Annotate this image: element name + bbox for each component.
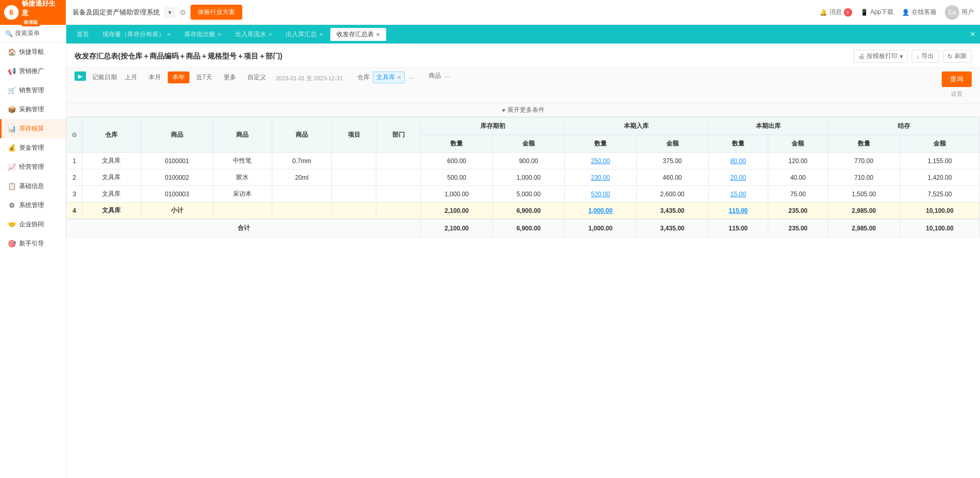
tab-close-in-out-flow[interactable]: ✕: [268, 32, 272, 37]
sidebar-item-marketing[interactable]: 📢 营销推广: [0, 62, 66, 81]
row3-warehouse: 文具库: [82, 186, 141, 202]
query-button[interactable]: 查询: [942, 71, 972, 87]
row1-goods-spec: 0.7mm: [272, 153, 332, 169]
row1-opening-amount: 900.00: [493, 153, 565, 169]
online-service-action[interactable]: 👤 在线客服: [902, 8, 937, 17]
col-header-project: 项目: [332, 118, 376, 153]
row3-in-qty[interactable]: 520.00: [564, 186, 636, 202]
page-title: 收发存汇总表(按仓库＋商品编码＋商品＋规格型号＋项目＋部门): [75, 52, 282, 61]
row2-out-qty[interactable]: 20.00: [708, 169, 768, 186]
top-bar-left: 装备及固定资产辅助管理系统 ▾ ⚙ 体验行业方案: [72, 5, 242, 20]
date-prev-month[interactable]: 上月: [120, 71, 142, 83]
date-cur-month[interactable]: 本月: [144, 71, 166, 83]
sidebar-item-search[interactable]: 🔍 搜索菜单: [0, 25, 66, 42]
sidebar-item-basic-info[interactable]: 📋 基础信息: [0, 177, 66, 196]
page-actions: 🖨 按模板打印 ▾ ↓ 导出 ↻ 刷新: [854, 50, 972, 63]
tab-batch-ledger[interactable]: 库存批次账 ✕: [178, 28, 228, 41]
col-header-department: 部门: [376, 118, 421, 153]
row3-out-qty[interactable]: 15.00: [708, 186, 768, 202]
tab-recv-send-summary[interactable]: 收发存汇总表 ✕: [330, 28, 386, 41]
sidebar-item-finance[interactable]: 💰 资金管理: [0, 138, 66, 157]
tab-home[interactable]: 首页: [70, 28, 95, 41]
row2-warehouse: 文具库: [82, 169, 141, 186]
tab-inventory-dist[interactable]: 现存量（库存分布表） ✕: [96, 28, 177, 41]
sidebar-item-purchase[interactable]: 📦 采购管理: [0, 100, 66, 119]
subtotal-opening-amount: 6,900.00: [493, 202, 565, 220]
notifications-action[interactable]: 🔔 消息 6: [820, 8, 852, 17]
goods-more[interactable]: ···: [444, 72, 450, 80]
row1-project: [332, 153, 376, 169]
total-opening-amount: 6,900.00: [493, 219, 565, 237]
row3-goods-code: 0100003: [141, 186, 213, 202]
row3-no: 3: [67, 186, 82, 202]
phone-icon: 📱: [860, 9, 868, 16]
app-download-action[interactable]: 📱 App下载: [860, 8, 894, 17]
search-icon: 🔍: [5, 30, 13, 37]
sidebar-item-guide[interactable]: 🎯 新手引导: [0, 234, 66, 253]
sidebar-item-operation[interactable]: 📈 经营管理: [0, 157, 66, 177]
basic-info-icon: 📋: [8, 182, 16, 191]
refresh-button[interactable]: ↻ 刷新: [943, 50, 972, 63]
subtotal-in-qty[interactable]: 1,000.00: [564, 202, 636, 220]
row1-out-qty[interactable]: 80.00: [708, 153, 768, 169]
tab-bar: 首页 现存量（库存分布表） ✕ 库存批次账 ✕ 出入库流水 ✕ 出入库汇总 ✕ …: [66, 25, 980, 44]
row3-department: [376, 186, 421, 202]
tab-in-out-summary[interactable]: 出入库汇总 ✕: [280, 28, 329, 41]
data-table: ⚙ 仓库 商品 商品 商品 项目 部门 库存期初 本期入库 本期出库: [66, 117, 980, 237]
scroll-table: ⚙ 仓库 商品 商品 商品 项目 部门 库存期初 本期入库 本期出库: [66, 117, 980, 237]
filter-collapse[interactable]: ▶: [75, 73, 86, 80]
operation-icon: 📈: [8, 163, 16, 171]
col-header-goods-spec: 商品: [272, 118, 332, 153]
filter-settings-button[interactable]: 设置: [948, 89, 966, 99]
row1-in-qty[interactable]: 250.00: [564, 153, 636, 169]
subtotal-no: 4: [67, 202, 82, 220]
print-button[interactable]: 🖨 按模板打印 ▾: [854, 50, 908, 63]
top-bar-right: 🔔 消息 6 📱 App下载 👤 在线客服 Ea 用户: [820, 5, 974, 20]
try-industry-button[interactable]: 体验行业方案: [191, 5, 242, 20]
sidebar-item-inventory[interactable]: 📊 库存核算: [0, 119, 66, 138]
print-icon: 🖨: [858, 53, 865, 60]
sidebar-item-cooperation[interactable]: 🤝 企业协同: [0, 215, 66, 234]
tab-close-inventory-dist[interactable]: ✕: [167, 32, 171, 37]
sidebar-item-system[interactable]: ⚙ 系统管理: [0, 196, 66, 215]
warehouse-more[interactable]: ···: [408, 74, 414, 82]
system-dropdown[interactable]: ▾: [164, 7, 175, 18]
warehouse-label: 仓库: [357, 73, 370, 82]
date-cur-year[interactable]: 本年: [168, 71, 189, 83]
settings-icon-top[interactable]: ⚙: [180, 8, 186, 17]
total-row: 合计 2,100.00 6,900.00 1,000.00 3,435.00 1…: [67, 219, 980, 237]
col-header-goods-name: 商品: [213, 118, 272, 153]
top-bar: 装备及固定资产辅助管理系统 ▾ ⚙ 体验行业方案 🔔 消息 6 📱 App下载: [66, 0, 980, 25]
expand-more-conditions[interactable]: ▾ 展开更多条件: [502, 106, 545, 114]
inventory-icon: 📊: [8, 125, 16, 133]
warehouse-filter-section: 仓库 文具库 ✕ ···: [357, 71, 414, 83]
sidebar-item-quick-nav[interactable]: 🏠 快捷导航: [0, 42, 66, 62]
main-content: 装备及固定资产辅助管理系统 ▾ ⚙ 体验行业方案 🔔 消息 6 📱 App下载: [66, 0, 980, 478]
tab-close-recv-send-summary[interactable]: ✕: [376, 32, 380, 37]
tab-bar-close[interactable]: ✕: [970, 30, 976, 38]
row3-goods-name: 采访本: [213, 186, 272, 202]
subtotal-out-qty[interactable]: 115.00: [708, 202, 768, 220]
table-gear-icon[interactable]: ⚙: [71, 132, 77, 139]
table-settings-header[interactable]: ⚙: [67, 118, 82, 153]
tab-in-out-flow[interactable]: 出入库流水 ✕: [229, 28, 279, 41]
row2-goods-spec: 20ml: [272, 169, 332, 186]
date-custom[interactable]: 自定义: [243, 71, 271, 83]
date-more[interactable]: 更多: [219, 71, 241, 83]
warehouse-tag-close[interactable]: ✕: [397, 75, 401, 80]
total-out-amount: 235.00: [768, 219, 828, 237]
row3-closing-amount: 7,525.00: [900, 186, 979, 202]
subtotal-opening-qty: 2,100.00: [421, 202, 493, 220]
row2-in-qty[interactable]: 230.00: [564, 169, 636, 186]
logo-icon: 6: [4, 5, 19, 20]
tab-close-batch-ledger[interactable]: ✕: [217, 32, 222, 37]
page-header: 收发存汇总表(按仓库＋商品编码＋商品＋规格型号＋项目＋部门) 🖨 按模板打印 ▾…: [66, 44, 980, 67]
date-7days[interactable]: 近7天: [192, 71, 217, 83]
row2-opening-amount: 1,000.00: [493, 169, 565, 186]
tab-close-in-out-summary[interactable]: ✕: [319, 32, 323, 37]
subtotal-warehouse: 文具库: [82, 202, 141, 220]
user-action[interactable]: Ea 用户: [945, 5, 974, 20]
finance-icon: 💰: [8, 144, 16, 152]
export-button[interactable]: ↓ 导出: [912, 50, 939, 63]
sidebar-item-sales[interactable]: 🛒 销售管理: [0, 81, 66, 100]
